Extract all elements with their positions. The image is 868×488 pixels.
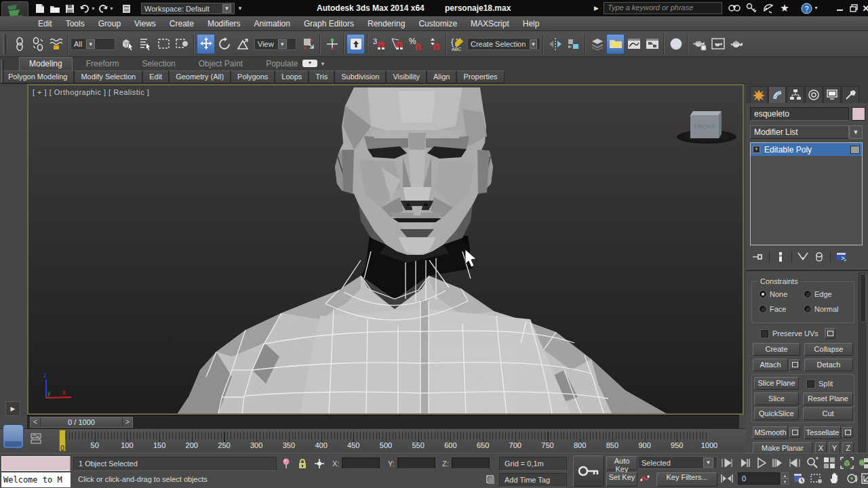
reset-plane-button[interactable]: Reset Plane	[803, 392, 853, 405]
ribbon-tab-modeling[interactable]: Modeling	[19, 57, 73, 70]
pan-view-icon[interactable]	[829, 472, 841, 485]
ribbon-button[interactable]: Properties	[456, 70, 504, 83]
select-and-move-button[interactable]	[197, 34, 215, 54]
selection-filter-dropdown[interactable]: All▼	[71, 38, 115, 50]
attach-button[interactable]: Attach	[753, 359, 788, 371]
stack-item-editable-poly[interactable]: + Editable Poly	[751, 143, 862, 156]
menu-item[interactable]: Create	[163, 17, 201, 30]
make-unique-icon[interactable]	[795, 251, 811, 263]
menu-item[interactable]: Tools	[59, 17, 92, 30]
redo-icon[interactable]	[96, 3, 111, 14]
favorites-star-icon[interactable]: ★	[777, 2, 792, 14]
mirror-icon[interactable]	[546, 34, 564, 54]
tessellate-settings-button[interactable]	[842, 427, 853, 438]
split-checkbox[interactable]: Split	[807, 380, 833, 388]
track-bar[interactable]: 0501001502002503003504004505005506006507…	[0, 428, 746, 453]
maxscript-mini-listener-top[interactable]	[1, 456, 71, 471]
menu-item[interactable]: Views	[127, 17, 163, 30]
zoom-icon[interactable]	[806, 456, 819, 470]
rectangular-selection-region-icon[interactable]	[155, 34, 173, 54]
render-production-icon[interactable]	[727, 34, 745, 54]
render-setup-icon[interactable]	[690, 34, 709, 54]
align-icon[interactable]	[564, 34, 583, 54]
viewport-label[interactable]: [ + ] [ Orthographic ] [ Realistic ]	[33, 88, 149, 96]
maximize-viewport-icon[interactable]	[861, 472, 868, 485]
set-key-button[interactable]: Set Key	[606, 472, 637, 487]
workspace-selector[interactable]: Workspace: Default ▼	[141, 3, 235, 14]
preserve-uvs-settings-button[interactable]	[825, 328, 835, 339]
reference-coordinate-dropdown[interactable]: View▼	[254, 38, 296, 50]
select-by-name-icon[interactable]	[136, 34, 155, 54]
constraint-normal-radio[interactable]: Normal	[804, 305, 838, 313]
mini-curve-editor-icon[interactable]	[30, 432, 42, 447]
menu-item[interactable]: Animation	[248, 17, 297, 30]
menu-item[interactable]: Modifiers	[201, 17, 248, 30]
panel-scrollbar-thumb[interactable]	[860, 274, 866, 323]
object-name-field[interactable]: esqueleto	[750, 107, 849, 121]
menu-item[interactable]: Help	[516, 17, 547, 30]
ribbon-button[interactable]: Edit	[142, 70, 169, 83]
ribbon-button[interactable]: Geometry (All)	[169, 70, 231, 83]
time-slider-prev[interactable]: <	[31, 418, 40, 427]
z-coordinate-field[interactable]	[452, 458, 490, 469]
ribbon-collapse-button[interactable]: ▼	[302, 60, 317, 67]
stack-expand-icon[interactable]: +	[753, 146, 760, 153]
save-file-icon[interactable]	[62, 3, 77, 14]
curve-editor-icon[interactable]	[625, 34, 643, 54]
key-login-icon[interactable]	[744, 2, 759, 14]
zoom-all-icon[interactable]	[823, 456, 836, 470]
time-slider[interactable]: < 0 / 1000 >	[30, 417, 133, 428]
ribbon-tab-populate[interactable]: Populate	[256, 58, 307, 70]
snaps-toggle-icon[interactable]: 3	[370, 34, 389, 54]
toggle-ribbon-icon[interactable]	[606, 34, 625, 54]
frame-spinner-down[interactable]: ▼	[781, 479, 789, 485]
next-frame-icon[interactable]	[771, 457, 785, 469]
selection-filter-arrow[interactable]: ▼	[86, 39, 95, 49]
bind-to-space-warp-icon[interactable]	[47, 34, 65, 54]
titlebar-expand-arrow[interactable]: ▶	[594, 5, 599, 12]
orbit-icon[interactable]	[846, 472, 858, 485]
time-slider-value[interactable]: 0 / 1000	[40, 418, 123, 427]
tab-create[interactable]	[750, 86, 768, 103]
keyboard-shortcut-override-button[interactable]	[347, 34, 365, 54]
maxscript-mini-listener[interactable]: Welcome to M	[1, 472, 71, 487]
key-mode-toggle-icon[interactable]	[720, 473, 734, 484]
ribbon-button[interactable]: Modify Selection	[74, 70, 142, 83]
search-icon[interactable]	[727, 2, 742, 14]
ribbon-tab-freeform[interactable]: Freeform	[77, 58, 129, 70]
redo-dropdown-arrow[interactable]: ▼	[109, 6, 114, 11]
named-selection-set-dropdown[interactable]: Create Selection Se▼	[467, 38, 540, 50]
open-file-icon[interactable]	[47, 3, 62, 14]
ribbon-tab-object-paint[interactable]: Object Paint	[189, 58, 252, 70]
menu-item[interactable]: Customize	[412, 17, 464, 30]
set-keys-button[interactable]	[573, 455, 604, 487]
frame-spinner-up[interactable]: ▲	[781, 472, 789, 479]
ribbon-button[interactable]: Polygons	[231, 70, 275, 83]
select-and-manipulate-icon[interactable]	[323, 34, 341, 54]
undo-icon[interactable]	[77, 3, 92, 14]
quickslice-button[interactable]: QuickSlice	[754, 407, 799, 420]
create-button[interactable]: Create	[753, 343, 800, 356]
menu-item[interactable]: Group	[92, 17, 127, 30]
viewport-3d-scene[interactable]: FRONT z x y	[28, 85, 743, 413]
ribbon-grip[interactable]	[1, 60, 4, 83]
percent-snap-toggle-icon[interactable]: %	[407, 34, 425, 54]
select-and-link-icon[interactable]	[10, 34, 28, 54]
tab-modify[interactable]	[768, 86, 786, 103]
selection-lock-icon[interactable]	[297, 458, 308, 470]
schematic-view-icon[interactable]	[643, 34, 661, 54]
default-in-out-tangent-icon[interactable]	[639, 472, 651, 485]
undo-dropdown-arrow[interactable]: ▼	[91, 6, 96, 11]
key-selection-arrow[interactable]: ▼	[703, 458, 713, 468]
panel-scrollbar[interactable]	[859, 272, 866, 454]
msmooth-settings-button[interactable]	[789, 427, 800, 438]
modifier-list-dropdown[interactable]: Modifier List	[750, 125, 849, 139]
mini-listener-button[interactable]	[3, 424, 24, 449]
previous-frame-icon[interactable]	[738, 457, 751, 469]
slice-button[interactable]: Slice	[754, 392, 799, 405]
menu-item[interactable]: Rendering	[361, 17, 412, 30]
preserve-uvs-checkbox[interactable]: Preserve UVs	[761, 329, 818, 338]
ribbon-button[interactable]: Subdivision	[334, 70, 386, 83]
ribbon-tab-selection[interactable]: Selection	[132, 58, 184, 70]
tab-display[interactable]	[823, 86, 841, 103]
